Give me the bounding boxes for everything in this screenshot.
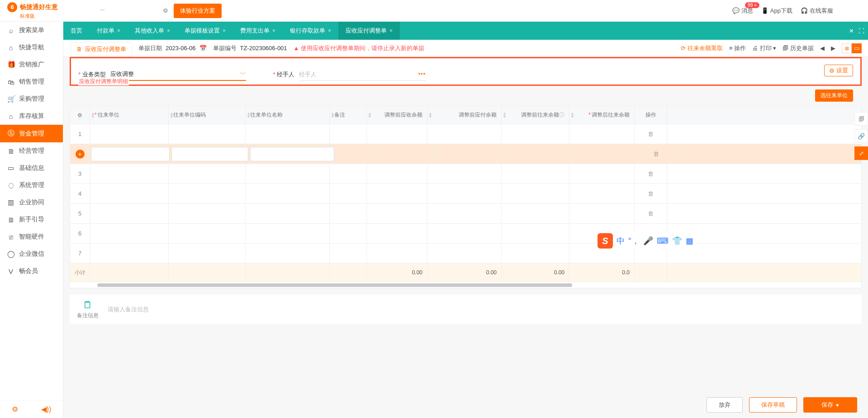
gear-icon[interactable]: ⚙	[163, 7, 168, 14]
table-row-active[interactable]: +🗑	[70, 144, 861, 164]
sidebar-item-label: 搜索菜单	[19, 26, 44, 34]
sidebar-item-hardware[interactable]: ⎚智能硬件	[0, 228, 63, 245]
sidebar-item-purchase[interactable]: 🛒采购管理	[0, 90, 63, 108]
ops-menu[interactable]: ≡ 操作	[729, 44, 746, 52]
doc-date-value[interactable]: 2023-06-06	[166, 45, 196, 52]
ime-mic-icon[interactable]: 🎤	[643, 236, 653, 246]
note-label: 备注信息	[77, 312, 99, 319]
discard-button[interactable]: 放弃	[707, 397, 743, 413]
handler-input[interactable]: 经手人 •••	[299, 69, 426, 81]
biz-type-select[interactable]: 应收调整 ﹀	[110, 68, 246, 81]
table-row[interactable]: 6	[70, 224, 861, 244]
tabs-close-all-icon[interactable]: ✕	[849, 28, 854, 34]
ime-zh-icon[interactable]: 中	[617, 235, 625, 246]
subtotal-pre-bal: 0.00	[502, 263, 569, 282]
close-icon[interactable]: ×	[272, 28, 275, 34]
col-remark[interactable]: ▲▼备注	[330, 106, 367, 124]
sidebar-settings-icon[interactable]: ⚙	[12, 405, 18, 413]
table-row[interactable]: 3🗑	[70, 164, 861, 184]
sidebar-item-marketing[interactable]: 🎁营销推广	[0, 56, 63, 73]
sidebar-item-funds[interactable]: Ⓢ资金管理	[0, 125, 63, 142]
save-button[interactable]: 保存▾	[803, 397, 857, 413]
support-link[interactable]: 🎧在线客服	[801, 7, 833, 15]
prev-doc-icon[interactable]: ◀	[820, 45, 825, 52]
col-pre-bal[interactable]: ▲▼调整前往来余额 ⓘ	[502, 106, 569, 124]
view-card-icon[interactable]: ▭	[852, 43, 862, 53]
topbar: 6 畅捷通好生意 标准版 ﹀ ⚙ 体验行业方案 💬 消息 99 + 📱App下载…	[0, 0, 868, 22]
tab-template[interactable]: 单据模板设置×	[177, 22, 233, 40]
sidebar-item-basic[interactable]: ▭基础信息	[0, 160, 63, 177]
user-menu[interactable]	[841, 7, 859, 15]
ime-punct-icon[interactable]: °，	[628, 235, 640, 246]
col-code[interactable]: ▲▼往来单位编码	[169, 106, 246, 124]
sidebar-item-quicknav[interactable]: ⌂快捷导航	[0, 39, 63, 56]
reget-balance-link[interactable]: ⟳ 往来余额重取	[681, 44, 723, 52]
col-post-bal[interactable]: ▲▼调整后往来余额	[569, 106, 635, 124]
view-list-icon[interactable]: ≣	[842, 43, 852, 53]
ime-toolbar[interactable]: S 中 °， 🎤 ⌨ 👕 ▦	[595, 232, 696, 249]
brand-edition: 标准版	[20, 13, 58, 19]
rail-note-icon[interactable]: 🗐	[854, 112, 868, 126]
rail-attach-icon[interactable]: 🔗	[854, 129, 868, 143]
save-draft-button[interactable]: 保存草稿	[749, 397, 797, 413]
col-unit[interactable]: ▲▼往来单位	[90, 106, 169, 124]
sidebar-item-wecom[interactable]: ◯企业微信	[0, 245, 63, 263]
org-selector[interactable]: ﹀	[67, 7, 157, 15]
delete-row-icon[interactable]: 🗑	[648, 190, 654, 197]
rail-expand-icon[interactable]: ⤢	[854, 146, 868, 160]
sidebar-collapse-icon[interactable]: ◀))	[41, 405, 52, 413]
messages-link[interactable]: 💬 消息 99 +	[732, 7, 753, 15]
tab-other-income[interactable]: 其他收入单×	[128, 22, 177, 40]
close-icon[interactable]: ×	[167, 28, 170, 34]
more-icon[interactable]: •••	[418, 70, 426, 79]
delete-row-icon[interactable]: 🗑	[648, 170, 654, 177]
print-menu[interactable]: 🖨 打印 ▾	[752, 44, 776, 52]
sidebar-item-operation[interactable]: 🗎经营管理	[0, 142, 63, 160]
settings-button[interactable]: ⚙设置	[824, 65, 853, 76]
h-scrollbar[interactable]	[70, 282, 861, 288]
ime-menu-icon[interactable]: ▦	[686, 236, 693, 246]
sidebar-item-collab[interactable]: ▥企业协同	[0, 194, 63, 211]
table-row[interactable]: 7	[70, 244, 861, 263]
sidebar-item-inventory[interactable]: ⌂库存核算	[0, 108, 63, 125]
app-download-link[interactable]: 📱App下载	[761, 7, 792, 15]
add-row-button[interactable]: +	[76, 150, 85, 159]
tabs-expand-icon[interactable]: ⛶	[859, 28, 864, 34]
sidebar-item-label: 智能硬件	[19, 233, 44, 241]
ime-skin-icon[interactable]: 👕	[672, 236, 682, 246]
ime-keyboard-icon[interactable]: ⌨	[657, 236, 669, 246]
tab-expense[interactable]: 费用支出单×	[233, 22, 283, 40]
table-row[interactable]: 1🗑	[70, 124, 861, 144]
sidebar-item-system[interactable]: ◌系统管理	[0, 177, 63, 194]
next-doc-icon[interactable]: ▶	[831, 45, 835, 52]
close-icon[interactable]: ×	[389, 28, 393, 34]
table-settings-icon[interactable]: ⚙	[70, 106, 90, 124]
sidebar-item-member[interactable]: V畅会员	[0, 263, 63, 280]
sidebar-item-sales[interactable]: 🛍销售管理	[0, 73, 63, 90]
doc-type-chip[interactable]: 🗎 应收应付调整单	[71, 42, 132, 56]
table-row[interactable]: 4🗑	[70, 184, 861, 204]
calendar-icon[interactable]: 📅	[199, 45, 207, 52]
ime-logo-icon: S	[598, 233, 613, 249]
close-icon[interactable]: ×	[328, 28, 331, 34]
col-pre-recv[interactable]: ▲▼调整前应收余额	[367, 106, 427, 124]
delete-row-icon[interactable]: 🗑	[648, 210, 654, 217]
table-row[interactable]: 5🗑	[70, 204, 861, 224]
delete-row-icon[interactable]: 🗑	[653, 150, 659, 157]
choose-unit-button[interactable]: 选往来单位	[815, 89, 853, 102]
delete-row-icon[interactable]: 🗑	[648, 131, 654, 137]
close-icon[interactable]: ×	[117, 28, 120, 34]
close-icon[interactable]: ×	[223, 28, 226, 34]
sidebar-item-label: 系统管理	[19, 181, 44, 189]
history-link[interactable]: 🗐 历史单据	[783, 44, 814, 52]
sidebar-item-guide[interactable]: 🗎新手引导	[0, 211, 63, 228]
tab-home[interactable]: 首页	[63, 22, 90, 40]
tab-adjust[interactable]: 应收应付调整单×	[338, 22, 400, 40]
experience-button[interactable]: 体验行业方案	[174, 4, 222, 18]
note-input[interactable]: 请输入备注信息	[106, 302, 854, 317]
tab-bank[interactable]: 银行存取款单×	[283, 22, 338, 40]
tab-payment[interactable]: 付款单×	[90, 22, 128, 40]
col-pre-pay[interactable]: ▲▼调整前应付余额	[427, 106, 502, 124]
sidebar-item-search[interactable]: ⌕搜索菜单	[0, 22, 63, 39]
col-name[interactable]: ▲▼往来单位名称	[246, 106, 330, 124]
